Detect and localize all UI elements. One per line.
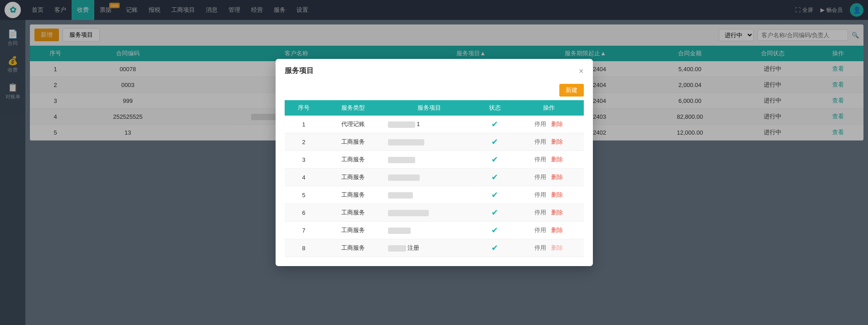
modal-cell-type: 工商服务 [323, 151, 383, 169]
modal-col-item: 服务项目 [383, 100, 475, 116]
modal-cell-seq: 3 [285, 151, 323, 169]
status-check-icon: ✔ [491, 137, 498, 146]
modal-cell-item [383, 151, 475, 169]
status-check-icon: ✔ [491, 208, 498, 217]
delete-button[interactable]: 删除 [551, 138, 563, 145]
delete-button[interactable]: 删除 [551, 174, 563, 180]
blurred-item [388, 245, 406, 252]
modal-cell-seq: 2 [285, 133, 323, 151]
blurred-item [388, 228, 411, 234]
modal-body: 序号 服务类型 服务项目 状态 操作 1 代理记账 [276, 100, 593, 266]
status-check-icon: ✔ [491, 173, 498, 182]
modal-cell-status: ✔ [475, 186, 514, 204]
modal-table-row: 4 工商服务 ✔ 停用 删除 [285, 169, 584, 186]
delete-button[interactable]: 删除 [551, 121, 563, 127]
modal-cell-actions: 停用 删除 [514, 116, 583, 133]
modal-cell-status: ✔ [475, 239, 514, 257]
modal-cell-actions: 停用 删除 [514, 239, 583, 257]
modal-table-row: 7 工商服务 ✔ 停用 删除 [285, 222, 584, 239]
modal-col-type: 服务类型 [323, 100, 383, 116]
modal-col-action: 操作 [514, 100, 583, 116]
disable-button[interactable]: 停用 [534, 156, 546, 163]
modal-cell-seq: 7 [285, 222, 323, 239]
status-check-icon: ✔ [491, 226, 498, 235]
main-content: 新增 服务项目 进行中 已完成 已终止 🔍 序号 合同编码 客户名称 服务项目▲… [25, 20, 868, 325]
modal-cell-seq: 1 [285, 116, 323, 133]
modal-cell-type: 工商服务 [323, 186, 383, 204]
modal-cell-actions: 停用 删除 [514, 186, 583, 204]
disable-button[interactable]: 停用 [534, 227, 546, 233]
modal-table-row: 6 工商服务 ✔ 停用 删除 [285, 204, 584, 222]
modal-cell-item [383, 204, 475, 222]
modal-title: 服务项目 [285, 66, 314, 76]
modal-cell-status: ✔ [475, 222, 514, 239]
service-table: 序号 服务类型 服务项目 状态 操作 1 代理记账 [285, 100, 584, 257]
modal-table-row: 5 工商服务 ✔ 停用 删除 [285, 186, 584, 204]
status-check-icon: ✔ [491, 155, 498, 164]
modal-cell-type: 工商服务 [323, 222, 383, 239]
status-check-icon: ✔ [491, 120, 498, 129]
blurred-item [388, 139, 424, 146]
modal-cell-status: ✔ [475, 116, 514, 133]
close-icon[interactable]: × [579, 67, 584, 75]
modal-header: 服务项目 × [276, 59, 593, 80]
disable-button[interactable]: 停用 [534, 209, 546, 216]
disable-button[interactable]: 停用 [534, 244, 546, 251]
modal-cell-item: 注册 [383, 239, 475, 257]
modal-cell-type: 工商服务 [323, 133, 383, 151]
modal-table-row: 8 工商服务 注册 ✔ 停用 删除 [285, 239, 584, 257]
blurred-item [388, 210, 429, 216]
modal-cell-item [383, 222, 475, 239]
modal-overlay: 服务项目 × 新建 序号 服务类型 服务项目 状态 操作 [0, 0, 868, 325]
modal-cell-status: ✔ [475, 133, 514, 151]
modal-cell-actions: 停用 删除 [514, 204, 583, 222]
modal-cell-item [383, 169, 475, 186]
blurred-item [388, 192, 413, 199]
delete-button[interactable]: 删除 [551, 244, 563, 251]
modal-cell-item: 1 [383, 116, 475, 133]
modal-cell-seq: 4 [285, 169, 323, 186]
modal-cell-seq: 6 [285, 204, 323, 222]
status-check-icon: ✔ [491, 190, 498, 199]
delete-button[interactable]: 删除 [551, 156, 563, 163]
modal-cell-actions: 停用 删除 [514, 169, 583, 186]
modal-table-row: 1 代理记账 1 ✔ 停用 删除 [285, 116, 584, 133]
modal-cell-actions: 停用 删除 [514, 151, 583, 169]
modal-cell-status: ✔ [475, 151, 514, 169]
modal-cell-status: ✔ [475, 204, 514, 222]
modal-cell-status: ✔ [475, 169, 514, 186]
modal-new-button[interactable]: 新建 [559, 84, 584, 97]
service-modal: 服务项目 × 新建 序号 服务类型 服务项目 状态 操作 [276, 59, 593, 266]
modal-table-row: 2 工商服务 ✔ 停用 删除 [285, 133, 584, 151]
modal-cell-item [383, 186, 475, 204]
blurred-item [388, 157, 415, 163]
modal-col-seq: 序号 [285, 100, 323, 116]
disable-button[interactable]: 停用 [534, 138, 546, 145]
modal-cell-seq: 5 [285, 186, 323, 204]
disable-button[interactable]: 停用 [534, 174, 546, 180]
modal-cell-item [383, 133, 475, 151]
modal-table-row: 3 工商服务 ✔ 停用 删除 [285, 151, 584, 169]
modal-cell-type: 工商服务 [323, 204, 383, 222]
delete-button[interactable]: 删除 [551, 191, 563, 198]
delete-button[interactable]: 删除 [551, 227, 563, 233]
blurred-item [388, 175, 420, 181]
modal-col-status: 状态 [475, 100, 514, 116]
status-check-icon: ✔ [491, 243, 498, 252]
modal-cell-seq: 8 [285, 239, 323, 257]
item-text: 注册 [407, 244, 419, 251]
disable-button[interactable]: 停用 [534, 191, 546, 198]
item-text: 1 [417, 121, 420, 127]
modal-cell-type: 工商服务 [323, 239, 383, 257]
modal-toolbar: 新建 [276, 80, 593, 100]
blurred-item [388, 121, 415, 128]
modal-cell-type: 代理记账 [323, 116, 383, 133]
modal-cell-actions: 停用 删除 [514, 133, 583, 151]
delete-button[interactable]: 删除 [551, 209, 563, 216]
disable-button[interactable]: 停用 [534, 121, 546, 127]
modal-cell-type: 工商服务 [323, 169, 383, 186]
modal-cell-actions: 停用 删除 [514, 222, 583, 239]
